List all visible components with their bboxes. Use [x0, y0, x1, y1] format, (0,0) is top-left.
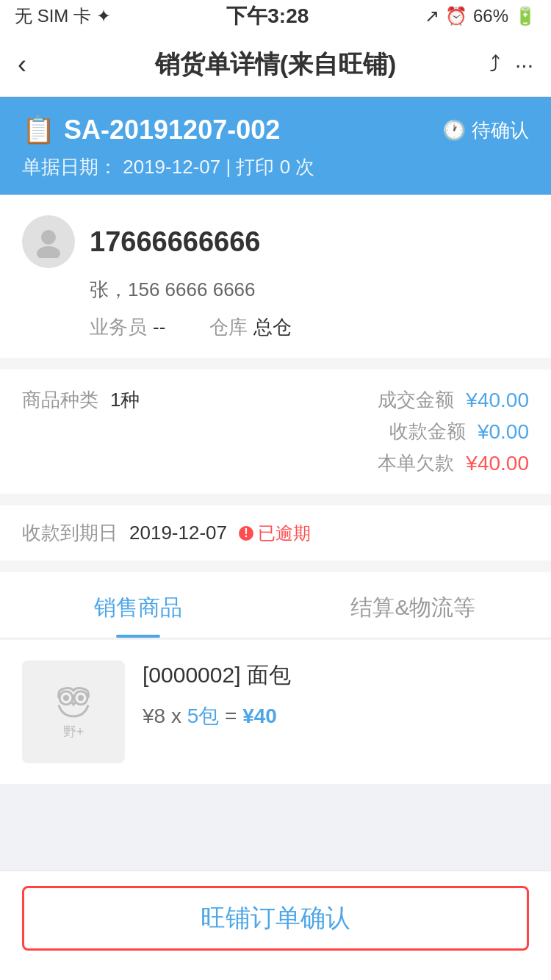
product-name-text: 面包 [247, 663, 291, 687]
svg-point-1 [37, 246, 60, 258]
order-header: 📋 SA-20191207-002 🕐 待确认 单据日期： 2019-12-07… [0, 97, 551, 195]
status-clock-icon: 🕐 [442, 119, 466, 142]
overdue-badge: ! 已逾期 [239, 522, 311, 545]
date-value: 2019-12-07 [123, 156, 220, 178]
type-value: 1种 [110, 387, 140, 413]
payment-value: ¥0.00 [478, 420, 529, 444]
sales-meta: 业务员 -- [90, 314, 165, 340]
payment-row: 收款金额 ¥0.00 [389, 419, 529, 444]
more-icon[interactable]: ··· [515, 52, 533, 77]
alarm-icon: ⏰ [445, 6, 467, 26]
status-left: 无 SIM 卡 ✦ [15, 4, 111, 28]
product-code: [0000002] [143, 663, 240, 687]
product-section: 野+ [0000002] 面包 ¥8 x 5包 = ¥40 [0, 640, 551, 784]
overdue-icon: ! [239, 526, 253, 541]
order-icon: 📋 [22, 115, 55, 145]
price-separator: = [225, 705, 242, 727]
debt-label: 本单欠款 [378, 450, 454, 476]
order-id-row: 📋 SA-20191207-002 🕐 待确认 [22, 115, 529, 145]
sales-label: 业务员 [90, 314, 147, 340]
battery-icon: 🔋 [514, 6, 536, 26]
stats-left: 商品种类 1种 [22, 387, 378, 413]
share-icon[interactable]: ⤴ [489, 52, 500, 77]
product-name: [0000002] 面包 [143, 660, 529, 691]
status-text: 待确认 [472, 118, 529, 143]
page-title: 销货单详情(来自旺铺) [62, 48, 489, 82]
location-icon: ↗ [425, 6, 439, 26]
tab-sales[interactable]: 销售商品 [0, 572, 276, 638]
debt-row: 本单欠款 ¥40.00 [378, 450, 529, 476]
stats-right: 成交金额 ¥40.00 收款金额 ¥0.00 本单欠款 ¥40.00 [378, 387, 529, 476]
duedate-value: 2019-12-07 [129, 522, 227, 544]
tabs-section: 销售商品 结算&物流等 [0, 572, 551, 638]
status-time: 下午3:28 [226, 2, 309, 30]
warehouse-label: 仓库 [209, 314, 248, 340]
svg-point-5 [78, 695, 84, 701]
payment-label: 收款金额 [389, 419, 466, 444]
type-label: 商品种类 [22, 387, 98, 413]
duedate-label: 收款到期日 [22, 520, 118, 546]
back-button[interactable]: ‹ [18, 49, 62, 80]
tab-settlement[interactable]: 结算&物流等 [276, 572, 551, 638]
product-item: 野+ [0000002] 面包 ¥8 x 5包 = ¥40 [0, 640, 551, 784]
product-image: 野+ [22, 660, 125, 763]
stats-section: 商品种类 1种 成交金额 ¥40.00 收款金额 ¥0.00 本单欠款 ¥40.… [0, 370, 551, 494]
product-price: ¥8 x 5包 = ¥40 [143, 702, 529, 730]
status-bar: 无 SIM 卡 ✦ 下午3:28 ↗ ⏰ 66% 🔋 [0, 0, 551, 32]
price-label: ¥8 x [143, 705, 187, 727]
tabs-row: 销售商品 结算&物流等 [0, 572, 551, 638]
product-image-label: 野+ [63, 723, 84, 741]
product-details: [0000002] 面包 ¥8 x 5包 = ¥40 [143, 660, 529, 730]
amount-row: 成交金额 ¥40.00 [378, 387, 529, 413]
svg-point-0 [41, 230, 56, 245]
order-date: 单据日期： 2019-12-07 | 打印 0 次 [22, 154, 529, 180]
customer-info: 张，156 6666 6666 [22, 277, 529, 303]
customer-phone: 17666666666 [90, 226, 260, 258]
warehouse-meta: 仓库 总仓 [209, 314, 292, 340]
status-right: ↗ ⏰ 66% 🔋 [425, 6, 536, 26]
sim-indicator: 无 SIM 卡 ✦ [15, 4, 111, 28]
owl-logo: 野+ [51, 683, 96, 741]
confirm-order-button[interactable]: 旺铺订单确认 [22, 886, 529, 951]
order-id: 📋 SA-20191207-002 [22, 115, 280, 145]
svg-point-4 [63, 695, 69, 701]
customer-section: 17666666666 张，156 6666 6666 业务员 -- 仓库 总仓 [0, 195, 551, 358]
nav-bar: ‹ 销货单详情(来自旺铺) ⤴ ··· [0, 32, 551, 97]
order-id-text: SA-20191207-002 [64, 115, 280, 145]
nav-actions: ⤴ ··· [489, 52, 533, 77]
bottom-area: 旺铺订单确认 [0, 871, 551, 980]
debt-value: ¥40.00 [466, 452, 529, 475]
product-total: ¥40 [242, 705, 277, 727]
amount-label: 成交金额 [378, 387, 454, 413]
sales-value: -- [153, 316, 165, 339]
avatar [22, 215, 75, 268]
date-label: 单据日期： [22, 156, 118, 178]
battery-level: 66% [473, 6, 508, 26]
print-info: | 打印 0 次 [226, 156, 314, 178]
amount-value: ¥40.00 [466, 389, 529, 412]
customer-top: 17666666666 [22, 215, 529, 268]
overdue-text: 已逾期 [258, 522, 311, 545]
product-qty: 5包 [187, 705, 220, 727]
customer-meta: 业务员 -- 仓库 总仓 [22, 314, 529, 340]
order-status: 🕐 待确认 [442, 118, 529, 143]
warehouse-value: 总仓 [253, 314, 292, 340]
duedate-section: 收款到期日 2019-12-07 ! 已逾期 [0, 505, 551, 561]
